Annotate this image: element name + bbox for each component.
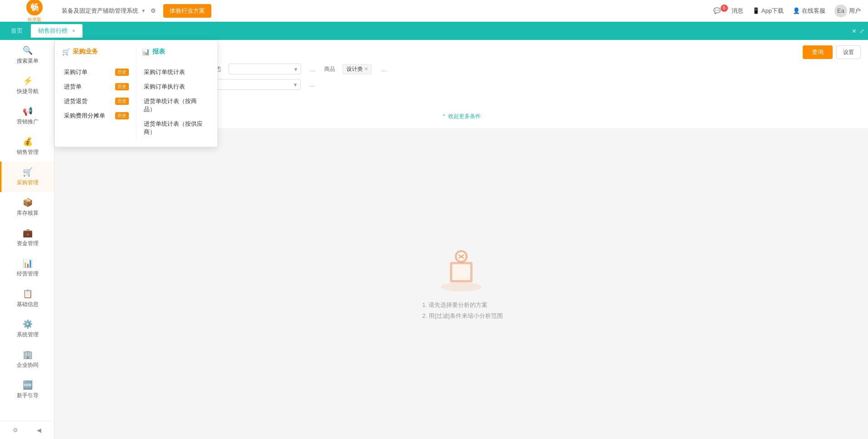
sidebar-item-guide[interactable]: 🆕 新手引导	[0, 375, 54, 405]
app-download-item[interactable]: 📱 App下载	[752, 7, 784, 15]
user-label: 用户	[849, 7, 861, 15]
sidebar-item-marketing[interactable]: 📢 营销推广	[0, 101, 54, 131]
purchase-col: 🛒 采购业务 采购订单 历史 进货单 历史 进货退货 历史 采购费用分摊单 历史	[62, 48, 131, 139]
sidebar-item-search-menu[interactable]: 🔍 搜索菜单	[0, 40, 54, 70]
empty-tip-1: 请先选择要分析的方案	[429, 301, 502, 309]
goods-tag: 设计类 ×	[342, 64, 372, 74]
sidebar-item-operations[interactable]: 📊 经营管理	[0, 253, 54, 283]
dropdown-goods-receipt[interactable]: 进货单 历史	[62, 79, 131, 94]
dropdown-purchase-expense[interactable]: 采购费用分摊单 历史	[62, 109, 131, 123]
sidebar-system-label: 系统管理	[17, 331, 39, 339]
empty-state: 请先选择要分析的方案 用[过滤]条件来缩小分析范围	[54, 129, 868, 439]
tab-home[interactable]: 首页	[4, 24, 30, 38]
tab-close-button[interactable]: ×	[72, 28, 75, 34]
empty-tip-2: 用[过滤]条件来缩小分析范围	[429, 312, 502, 320]
sidebar-item-system[interactable]: ⚙️ 系统管理	[0, 314, 54, 344]
marketing-icon: 📢	[23, 106, 33, 116]
report-col-title-text: 报表	[152, 48, 165, 56]
online-service-item[interactable]: 👤 在线客服	[793, 7, 825, 15]
sidebar-item-finance[interactable]: 💼 资金管理	[0, 222, 54, 253]
sidebar-settings-button[interactable]: ⚙	[13, 427, 18, 434]
system-dropdown-arrow[interactable]: ▾	[142, 7, 145, 14]
sidebar-item-inventory[interactable]: 📦 库存核算	[0, 192, 54, 222]
dropdown-purchase-order-exec[interactable]: 采购订单执行表	[142, 79, 210, 94]
purchase-col-title-text: 采购业务	[73, 48, 98, 56]
svg-point-0	[441, 282, 482, 291]
purchase-col-title: 🛒 采购业务	[62, 48, 131, 59]
tab-expand-button[interactable]: ✕ ⤢	[852, 28, 864, 35]
inventory-icon: 📦	[23, 197, 33, 207]
purchase-dropdown-menu: 🛒 采购业务 采购订单 历史 进货单 历史 进货退货 历史 采购费用分摊单 历史…	[54, 40, 218, 147]
logo-area: 畅 标准版	[7, 0, 62, 23]
sidebar-basic-info-label: 基础信息	[17, 301, 39, 308]
empty-illustration	[434, 248, 488, 294]
top-bar: 畅 标准版 装备及固定资产辅助管理系统 ▾ ⚙ 体验行业方案 💬 6 消息 📱 …	[0, 0, 868, 22]
goods-tag-text: 设计类	[346, 65, 363, 73]
report-col: 📊 报表 采购订单统计表 采购订单执行表 进货单统计表（按商品） 进货单统计表（…	[142, 48, 210, 139]
tab-home-label: 首页	[11, 27, 23, 35]
sidebar-item-purchase[interactable]: 🛒 采购管理	[0, 162, 54, 192]
dropdown-goods-stat-supplier[interactable]: 进货单统计表（按供应商）	[142, 117, 210, 139]
system-title: 装备及固定资产辅助管理系统 ▾	[62, 7, 145, 15]
avatar: Ea	[834, 5, 847, 17]
message-item[interactable]: 💬 6 消息	[713, 7, 743, 15]
industry-button[interactable]: 体验行业方案	[163, 4, 211, 18]
message-badge: 6	[721, 5, 728, 12]
purchase-order-label: 采购订单	[64, 68, 88, 76]
goods-receipt-label: 进货单	[64, 83, 82, 91]
goods-return-history: 历史	[115, 98, 129, 105]
goods-receipt-history: 历史	[115, 83, 129, 90]
nav-tabs: 首页 销售排行榜 × ✕ ⤢	[0, 22, 868, 40]
order-status-dots[interactable]: ...	[308, 66, 317, 73]
tab-sales-rank[interactable]: 销售排行榜 ×	[31, 24, 83, 38]
order-status-select[interactable]	[229, 64, 301, 74]
online-service-label: 在线客服	[802, 7, 825, 15]
salesperson-select-wrap[interactable]	[210, 79, 301, 90]
empty-icon	[434, 248, 488, 294]
order-status-select-wrap[interactable]	[229, 64, 301, 74]
sidebar-collapse-button[interactable]: ◀	[37, 427, 41, 434]
setting-button[interactable]: 设置	[836, 45, 861, 59]
sidebar-guide-label: 新手引导	[17, 392, 39, 400]
goods-label: 商品	[324, 65, 335, 73]
dropdown-goods-stat-product[interactable]: 进货单统计表（按商品）	[142, 94, 210, 117]
system-icon: ⚙️	[23, 319, 33, 329]
sidebar: 🔍 搜索菜单 ⚡ 快捷导航 📢 营销推广 💰 销售管理 🛒 采购管理 📦 库存核…	[0, 40, 54, 439]
system-title-text: 装备及固定资产辅助管理系统	[62, 7, 138, 15]
dropdown-purchase-order[interactable]: 采购订单 历史	[62, 65, 131, 79]
app-download-label: App下载	[761, 7, 784, 15]
dropdown-divider	[136, 48, 137, 139]
dropdown-purchase-order-stat[interactable]: 采购订单统计表	[142, 65, 210, 79]
salesperson-dots[interactable]: ...	[308, 81, 317, 88]
sidebar-item-basic-info[interactable]: 📋 基础信息	[0, 283, 54, 314]
dropdown-goods-return[interactable]: 进货退货 历史	[62, 94, 131, 109]
sidebar-inventory-label: 库存核算	[17, 209, 39, 217]
message-label: 消息	[731, 7, 743, 15]
basic-info-icon: 📋	[23, 289, 33, 299]
tab-sales-rank-label: 销售排行榜	[38, 27, 68, 35]
user-item[interactable]: Ea 用户	[834, 5, 861, 17]
sidebar-item-sales[interactable]: 💰 销售管理	[0, 131, 54, 162]
sidebar-operations-label: 经营管理	[17, 270, 39, 278]
tab-close-icon: ✕	[852, 28, 857, 35]
operations-icon: 📊	[23, 258, 33, 268]
sidebar-finance-label: 资金管理	[17, 240, 39, 247]
service-icon: 👤	[793, 7, 800, 14]
purchase-order-history: 历史	[115, 69, 129, 76]
top-right: 💬 6 消息 📱 App下载 👤 在线客服 Ea 用户	[713, 5, 861, 17]
quick-nav-icon: ⚡	[23, 76, 33, 86]
query-button[interactable]: 查询	[803, 45, 833, 59]
sidebar-item-quick-nav[interactable]: ⚡ 快捷导航	[0, 70, 54, 101]
sidebar-marketing-label: 营销推广	[17, 118, 39, 126]
phone-icon: 📱	[752, 7, 760, 14]
report-col-icon: 📊	[142, 48, 150, 55]
salesperson-select[interactable]	[210, 79, 301, 90]
sidebar-sales-label: 销售管理	[17, 148, 39, 156]
goods-dots[interactable]: ...	[379, 66, 388, 73]
gear-button[interactable]: ⚙	[147, 5, 160, 17]
enterprise-icon: 🏢	[23, 350, 33, 360]
empty-tips: 请先选择要分析的方案 用[过滤]条件来缩小分析范围	[419, 301, 502, 320]
goods-tag-close[interactable]: ×	[365, 66, 368, 72]
sidebar-quick-nav-label: 快捷导航	[17, 88, 39, 95]
sidebar-item-enterprise[interactable]: 🏢 企业协同	[0, 344, 54, 375]
